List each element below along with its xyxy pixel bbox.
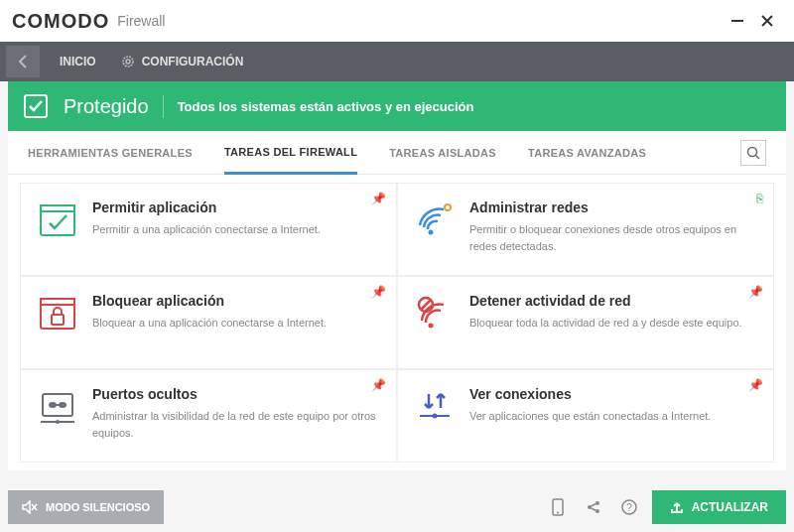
silent-mode-button[interactable]: MODO SILENCIOSO [8, 490, 164, 524]
nav-home-label: INICIO [60, 55, 96, 68]
card-view-connections[interactable]: Ver conexiones Ver aplicaciones que está… [397, 369, 774, 463]
status-title: Protegido [64, 95, 164, 118]
minimize-button[interactable] [723, 6, 752, 36]
svg-point-1 [123, 57, 133, 66]
shield-check-icon [22, 92, 50, 120]
pin-icon[interactable]: 📌 [748, 378, 763, 392]
search-icon [746, 146, 760, 160]
mute-icon [22, 500, 38, 514]
pin-icon[interactable]: 📌 [371, 192, 386, 205]
svg-point-18 [56, 420, 60, 424]
connections-icon [414, 386, 456, 428]
card-title: Ver conexiones [469, 386, 759, 402]
card-block-app[interactable]: Bloquear aplicación Bloquear a una aplic… [20, 276, 397, 369]
pin-icon[interactable]: ⎘ [756, 192, 763, 205]
svg-point-27 [557, 512, 559, 514]
card-desc: Ver aplicaciones que están conectadas a … [469, 408, 759, 425]
task-grid: Permitir aplicación Permitir a una aplic… [8, 175, 786, 470]
status-bar: Protegido Todos los sistemas están activ… [8, 81, 786, 131]
svg-point-30 [596, 509, 599, 513]
nav-home[interactable]: INICIO [48, 42, 108, 81]
brand-logo: COMODO [12, 10, 109, 33]
svg-point-13 [429, 324, 434, 329]
hidden-ports-icon [37, 386, 78, 428]
svg-point-23 [433, 414, 438, 419]
footer: MODO SILENCIOSO ? ACTUALIZAR [8, 490, 786, 524]
tab-bar: HERRAMIENTAS GENERALES TAREAS DEL FIREWA… [8, 131, 786, 175]
card-allow-app[interactable]: Permitir aplicación Permitir a una aplic… [20, 183, 397, 276]
update-button[interactable]: ACTUALIZAR [652, 490, 786, 524]
update-label: ACTUALIZAR [692, 500, 768, 514]
svg-line-5 [756, 155, 760, 159]
card-hidden-ports[interactable]: Puertos ocultos Administrar la visibilid… [20, 369, 397, 463]
stop-network-icon [414, 293, 456, 334]
card-title: Detener actividad de red [469, 293, 759, 309]
navbar: INICIO CONFIGURACIÓN [0, 42, 794, 81]
card-desc: Permitir o bloquear conexiones desde otr… [469, 221, 759, 254]
gear-icon [120, 54, 136, 69]
card-title: Puertos ocultos [92, 386, 382, 402]
share-icon [586, 499, 601, 515]
svg-line-32 [591, 508, 596, 511]
card-desc: Bloquear a una aplicación conectarse a I… [92, 315, 382, 332]
back-button[interactable] [6, 46, 40, 77]
svg-point-9 [445, 204, 451, 210]
card-title: Administrar redes [469, 200, 759, 215]
tab-general-tools[interactable]: HERRAMIENTAS GENERALES [28, 133, 193, 173]
pin-icon[interactable]: 📌 [748, 285, 763, 299]
svg-point-29 [596, 501, 599, 505]
tab-advanced-tasks[interactable]: TAREAS AVANZADAS [528, 133, 646, 173]
pin-icon[interactable]: 📌 [371, 285, 386, 299]
allow-app-icon [37, 200, 78, 241]
card-desc: Administrar la visibilidad de la red de … [92, 408, 382, 441]
card-desc: Bloquear toda la actividad de red a y de… [469, 315, 759, 332]
block-app-icon [37, 293, 78, 334]
svg-text:?: ? [626, 502, 632, 513]
nav-settings-label: CONFIGURACIÓN [142, 55, 244, 68]
svg-point-4 [748, 147, 757, 156]
wifi-icon [414, 200, 456, 241]
svg-point-8 [429, 230, 434, 235]
svg-point-19 [49, 402, 57, 408]
update-icon [670, 500, 684, 514]
nav-settings[interactable]: CONFIGURACIÓN [108, 42, 256, 81]
svg-rect-0 [731, 20, 743, 22]
product-name: Firewall [117, 13, 165, 29]
svg-rect-7 [41, 205, 74, 211]
svg-rect-11 [41, 299, 74, 305]
svg-rect-12 [52, 315, 64, 325]
help-icon: ? [621, 499, 637, 515]
search-button[interactable] [740, 140, 766, 166]
card-manage-networks[interactable]: Administrar redes Permitir o bloquear co… [397, 183, 774, 276]
card-stop-network[interactable]: Detener actividad de red Bloquear toda l… [397, 276, 774, 369]
card-desc: Permitir a una aplicación conectarse a I… [92, 221, 382, 238]
chevron-left-icon [18, 54, 28, 69]
svg-point-2 [126, 60, 130, 64]
titlebar: COMODO Firewall [0, 0, 794, 42]
silent-mode-label: MODO SILENCIOSO [46, 501, 150, 513]
status-message: Todos los sistemas están activos y en ej… [178, 99, 474, 114]
card-title: Permitir aplicación [92, 200, 382, 215]
help-button[interactable]: ? [616, 494, 642, 520]
minimize-icon [731, 20, 743, 22]
card-title: Bloquear aplicación [92, 293, 382, 309]
tab-firewall-tasks[interactable]: TAREAS DEL FIREWALL [224, 132, 357, 175]
close-icon [761, 15, 773, 27]
pin-icon[interactable]: 📌 [371, 378, 386, 392]
tab-isolated-tasks[interactable]: TAREAS AISLADAS [389, 133, 496, 173]
close-button[interactable] [752, 6, 782, 36]
share-button[interactable] [581, 494, 606, 520]
svg-line-31 [591, 504, 596, 507]
svg-point-20 [59, 402, 66, 408]
mobile-button[interactable] [545, 494, 571, 520]
mobile-icon [552, 498, 564, 516]
svg-rect-6 [41, 205, 74, 235]
